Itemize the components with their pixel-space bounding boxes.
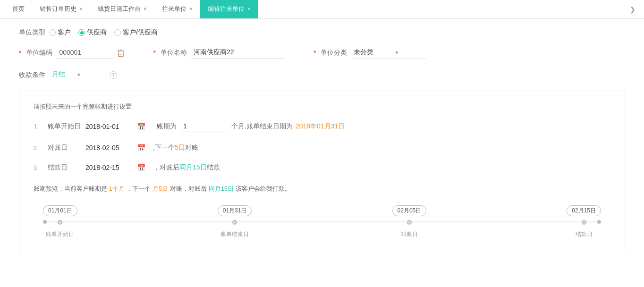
radio-supplier-label: 供应商 (87, 28, 107, 37)
timeline-dot-4 (582, 220, 586, 225)
payment-row: 收款条件 月结 ▼ ? (19, 68, 625, 81)
timeline-items: 01月01日 账单开始日 01月31日 账单结束日 02月05日 对账日 02月… (43, 205, 601, 238)
timeline-sub-2: 账单结束日 (220, 230, 249, 238)
period-unit: 个月,账单结束日期为 (231, 122, 293, 131)
code-label: 单位编码 (26, 49, 52, 57)
tab-edit-unit-label: 编辑往来单位 (208, 5, 245, 13)
row-label-3: 结款日 (48, 163, 85, 172)
row-num-3: 3 (34, 164, 48, 171)
radio-both-circle (114, 29, 121, 36)
row-suffix-2b: 5日 (175, 144, 185, 152)
category-select[interactable]: 未分类 ▼ (351, 46, 426, 59)
tab-units[interactable]: 往来单位 × (154, 0, 200, 18)
row-suffix-2a: ,下一个 (153, 144, 175, 152)
radio-supplier-circle (78, 29, 85, 36)
timeline-badge-1: 01月01日 (43, 205, 77, 216)
main-content: 单位类型 客户 供应商 客户/供应商 * 单位编码 (0, 19, 644, 287)
radio-both-label: 客户/供应商 (123, 28, 158, 37)
preview-text: 账期预览：当前客户账期是 1个月 ，下一个 月5日 对账，对账后 同月15日 该… (34, 183, 610, 194)
code-group: * 单位编码 📋 (19, 47, 125, 59)
timeline-right-end-dot (597, 220, 601, 224)
timeline: 01月01日 账单开始日 01月31日 账单结束日 02月05日 对账日 02月… (34, 205, 610, 238)
radio-group: 客户 供应商 客户/供应商 (49, 28, 158, 37)
code-star: * (19, 49, 21, 57)
table-row-3: 3 结款日 2018-02-15 📅 ，对账后 同月15日 结款 (34, 163, 610, 172)
timeline-item-1: 01月01日 账单开始日 (43, 205, 77, 238)
timeline-item-3: 02月05日 对账日 (392, 205, 427, 238)
payment-help-icon[interactable]: ? (110, 71, 117, 79)
radio-customer-circle (49, 29, 56, 36)
category-label: 单位分类 (321, 49, 347, 57)
payment-select[interactable]: 月结 ▼ (49, 68, 106, 81)
tab-sales-history-close[interactable]: × (79, 6, 83, 12)
period-card: 请按照未来的一个完整帐期进行设置 1 账单开始日 2018-01-01 📅 账期… (19, 91, 625, 250)
timeline-item-2: 01月31日 账单结束日 (218, 205, 252, 238)
timeline-sub-3: 对账日 (401, 230, 418, 238)
tab-cash-work[interactable]: 钱货日清工作台 × (90, 0, 154, 18)
unit-type-row: 单位类型 客户 供应商 客户/供应商 (19, 28, 625, 37)
unit-type-group: 单位类型 客户 供应商 客户/供应商 (19, 28, 158, 37)
row-date-3: 2018-02-15 (85, 164, 137, 171)
row-label-2: 对账日 (48, 144, 85, 152)
cal-icon-1[interactable]: 📅 (137, 123, 145, 130)
row-suffix-1: 账期为 (157, 122, 177, 131)
category-star: * (314, 49, 316, 57)
period-end-date: 2018年01月31日 (296, 122, 345, 131)
period-input[interactable] (180, 120, 228, 132)
preview-day: 月5日 (153, 185, 168, 192)
category-arrow-icon: ▼ (394, 50, 399, 55)
tab-units-label: 往来单位 (162, 5, 186, 13)
row-label-1: 账单开始日 (48, 122, 85, 131)
tab-bar: 首页 销售订单历史 × 钱货日清工作台 × 往来单位 × 编辑往来单位 × ❯ (0, 0, 644, 19)
timeline-sub-4: 结款日 (576, 230, 593, 238)
name-group: * 单位名称 (153, 47, 285, 59)
preview-mid2: 对账，对账后 (170, 185, 207, 192)
code-copy-icon[interactable]: 📋 (117, 49, 125, 57)
radio-supplier[interactable]: 供应商 (78, 28, 107, 37)
payment-group: 收款条件 月结 ▼ ? (19, 68, 117, 81)
category-value: 未分类 (354, 48, 373, 57)
tab-nav-arrow[interactable]: ❯ (626, 0, 639, 18)
table-row-1: 1 账单开始日 2018-01-01 📅 账期为 个月,账单结束日期为 2018… (34, 120, 610, 132)
timeline-dot-1 (58, 220, 62, 225)
tab-sales-history-label: 销售订单历史 (40, 5, 76, 13)
code-input[interactable] (56, 47, 113, 59)
cal-icon-3[interactable]: 📅 (137, 164, 145, 171)
timeline-left-end-dot (43, 220, 47, 224)
preview-mid: ，下一个 (126, 185, 151, 192)
name-input[interactable] (191, 47, 285, 59)
tab-home-label: 首页 (12, 5, 25, 13)
row-date-2: 2018-02-05 (85, 144, 137, 152)
payment-value: 月结 (52, 70, 65, 79)
tab-units-close[interactable]: × (189, 6, 193, 12)
cal-icon-2[interactable]: 📅 (137, 144, 145, 152)
row-date-1: 2018-01-01 (85, 123, 137, 130)
row-suffix-3c: 结款 (207, 163, 220, 172)
row-num-1: 1 (34, 123, 48, 130)
tab-cash-work-close[interactable]: × (144, 6, 147, 12)
row-suffix-2c: 对账 (185, 144, 198, 152)
name-label: 单位名称 (161, 49, 187, 57)
tab-cash-work-label: 钱货日清工作台 (98, 5, 141, 13)
code-name-row: * 单位编码 📋 * 单位名称 * 单位分类 未分类 ▼ (19, 46, 625, 59)
preview-month: 1个月 (109, 185, 125, 192)
card-title: 请按照未来的一个完整帐期进行设置 (34, 102, 610, 111)
timeline-item-4: 02月15日 结款日 (567, 205, 601, 238)
tab-edit-unit[interactable]: 编辑往来单位 × (200, 0, 258, 18)
preview-end: 该客户会给我打款。 (236, 185, 291, 192)
category-group: * 单位分类 未分类 ▼ (314, 46, 426, 59)
name-star: * (153, 49, 155, 57)
preview-label: 账期预览：当前客户账期是 (34, 185, 107, 192)
table-row-2: 2 对账日 2018-02-05 📅 ,下一个 5日 对账 (34, 144, 610, 152)
row-num-2: 2 (34, 144, 48, 152)
timeline-badge-3: 02月05日 (392, 205, 427, 216)
timeline-badge-4: 02月15日 (567, 205, 601, 216)
tab-home[interactable]: 首页 (5, 0, 32, 18)
radio-both[interactable]: 客户/供应商 (114, 28, 158, 37)
tab-edit-unit-close[interactable]: × (247, 6, 251, 12)
radio-customer-label: 客户 (58, 28, 71, 37)
radio-customer[interactable]: 客户 (49, 28, 71, 37)
payment-arrow-icon: ▼ (76, 72, 81, 77)
tab-sales-history[interactable]: 销售订单历史 × (32, 0, 90, 18)
timeline-dot-2 (232, 220, 237, 225)
